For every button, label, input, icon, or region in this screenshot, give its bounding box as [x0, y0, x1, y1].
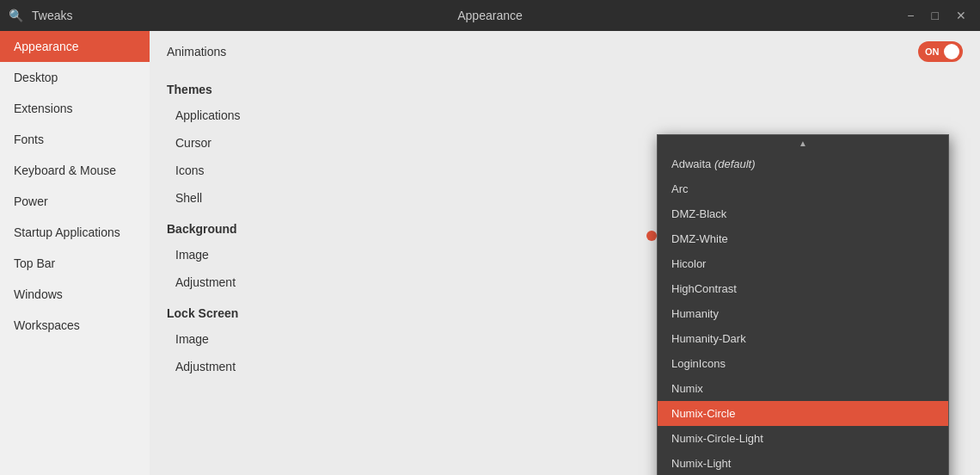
- sidebar-item-fonts[interactable]: Fonts: [0, 124, 150, 155]
- toggle-on-label: ON: [925, 46, 940, 57]
- maximize-button[interactable]: □: [927, 8, 944, 23]
- animations-label: Animations: [167, 45, 226, 59]
- theme-dropdown[interactable]: ▲ Adwaita (default)ArcDMZ-BlackDMZ-White…: [657, 134, 949, 475]
- animations-toggle[interactable]: ON: [918, 41, 963, 62]
- dropdown-item-hicolor[interactable]: Hicolor: [658, 251, 948, 276]
- dropdown-item-humanity-dark[interactable]: Humanity-Dark: [658, 326, 948, 351]
- close-button[interactable]: ✕: [951, 8, 971, 23]
- dropdown-item-humanity[interactable]: Humanity: [658, 301, 948, 326]
- minimize-button[interactable]: −: [902, 8, 919, 23]
- search-icon[interactable]: 🔍: [9, 9, 23, 22]
- animations-row: Animations ON: [150, 31, 980, 72]
- dropdown-list: Adwaita (default)ArcDMZ-BlackDMZ-WhiteHi…: [658, 151, 948, 475]
- dropdown-item-loginicons[interactable]: LoginIcons: [658, 351, 948, 376]
- sidebar-item-extensions[interactable]: Extensions: [0, 93, 150, 124]
- dropdown-item-dmz-black[interactable]: DMZ-Black: [658, 201, 948, 226]
- app-name: Tweaks: [32, 9, 72, 22]
- sidebar-item-power[interactable]: Power: [0, 186, 150, 217]
- content-item-applications[interactable]: Applications: [150, 102, 980, 129]
- dropdown-item-numix-circle[interactable]: Numix-Circle: [658, 401, 948, 426]
- window-controls: − □ ✕: [902, 8, 971, 23]
- sidebar-item-appearance[interactable]: Appearance: [0, 31, 150, 62]
- title-bar: 🔍 Tweaks Appearance − □ ✕: [0, 0, 980, 31]
- toggle-knob: [944, 44, 959, 59]
- dropdown-scroll-up[interactable]: ▲: [658, 135, 948, 151]
- sidebar-item-keyboard-mouse[interactable]: Keyboard & Mouse: [0, 155, 150, 186]
- sidebar-item-startup-applications[interactable]: Startup Applications: [0, 217, 150, 248]
- error-indicator: [646, 231, 657, 241]
- main-layout: Appearance Desktop Extensions Fonts Keyb…: [0, 31, 980, 475]
- dropdown-item-highcontrast[interactable]: HighContrast: [658, 276, 948, 301]
- dropdown-item-numix-circle-light[interactable]: Numix-Circle-Light: [658, 426, 948, 451]
- title-bar-left: 🔍 Tweaks: [9, 9, 72, 22]
- sidebar-item-top-bar[interactable]: Top Bar: [0, 248, 150, 279]
- window-title: Appearance: [457, 9, 523, 22]
- dropdown-item-arc[interactable]: Arc: [658, 176, 948, 201]
- sidebar-item-windows[interactable]: Windows: [0, 279, 150, 310]
- content-area: Animations ON Themes Applications Cursor…: [150, 31, 980, 475]
- dropdown-item-numix[interactable]: Numix: [658, 376, 948, 401]
- sidebar-item-workspaces[interactable]: Workspaces: [0, 310, 150, 341]
- sidebar-item-desktop[interactable]: Desktop: [0, 62, 150, 93]
- dropdown-item-numix-light[interactable]: Numix-Light: [658, 451, 948, 475]
- themes-section-header: Themes: [150, 72, 980, 102]
- sidebar: Appearance Desktop Extensions Fonts Keyb…: [0, 31, 150, 475]
- dropdown-item-adwaita[interactable]: Adwaita (default): [658, 151, 948, 176]
- dropdown-item-dmz-white[interactable]: DMZ-White: [658, 226, 948, 251]
